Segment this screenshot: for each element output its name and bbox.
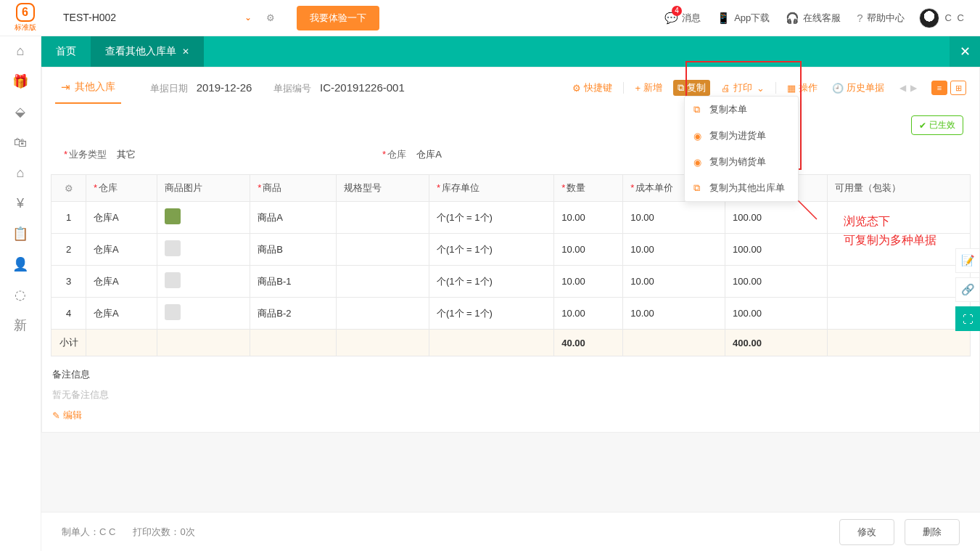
inbound-icon: ⇥ [61,81,70,94]
settings-icon[interactable]: ⚙ [266,12,275,23]
row-product: 商品B [250,234,336,266]
copy-dropdown: ⧉复制本单 ◉复制为进货单 ◉复制为销货单 ⧉复制为其他出库单 [684,96,799,202]
logo-text: 标准版 [15,23,36,33]
nav-gift-icon[interactable]: 🎁 [12,73,29,90]
rail-note-icon[interactable]: 📝 [955,248,980,273]
col-unit: *库存单位 [429,175,553,202]
tab-view-other-inbound[interactable]: 查看其他入库单 ✕ [91,36,204,67]
product-image-icon [165,240,181,256]
new-button[interactable]: +新增 [631,79,666,97]
tab-close-icon[interactable]: ✕ [182,46,189,57]
row-amount: 100.00 [725,266,828,298]
copy-other-out-item[interactable]: ⧉复制为其他出库单 [685,175,798,201]
logo[interactable]: 6 标准版 [9,3,41,33]
row-unit: 个(1个 = 1个) [429,266,553,298]
row-amount: 100.00 [725,234,828,266]
nav-savings-icon[interactable]: ⬙ [12,103,29,121]
col-warehouse: *仓库 [86,175,157,202]
row-spec [336,298,429,330]
column-settings[interactable]: ⚙ [52,175,86,202]
shortcut-button[interactable]: ⚙快捷键 [569,79,616,97]
row-image [157,234,250,266]
remarks-edit-button[interactable]: ✎ 编辑 [52,409,969,422]
row-index: 1 [52,202,86,234]
messages-badge: 4 [672,6,682,16]
app-download-button[interactable]: 📱 App下载 [717,12,770,25]
document-tab[interactable]: ⇥ 其他入库 [55,72,121,104]
creator-info: 制单人：C C [62,526,115,539]
copy-this-item[interactable]: ⧉复制本单 [685,97,798,123]
avatar[interactable] [919,8,939,28]
help-center-label: 帮助中心 [867,12,905,25]
subtotal-amount: 400.00 [725,330,828,356]
nav-contact-icon[interactable]: 👤 [12,256,29,273]
copy-sales-label: 复制为销货单 [709,155,766,168]
modify-button[interactable]: 修改 [839,519,894,545]
col-image: 商品图片 [157,175,250,202]
phone-icon: 📱 [717,12,730,25]
row-available [827,298,970,330]
tabs-bar: 首页 查看其他入库单 ✕ ✕ [41,36,980,67]
online-service-button[interactable]: 🎧 在线客服 [786,12,841,25]
warehouse-value: 仓库A [416,148,442,161]
product-image-icon [165,208,181,224]
doc-no-label: 单据编号 [273,83,311,94]
sales-icon: ◉ [693,157,704,168]
col-available: 可用量（包装） [827,175,970,202]
annotation-line1: 浏览态下 [844,212,936,231]
delete-button[interactable]: 删除 [905,519,960,545]
biz-type-value: 其它 [117,148,136,161]
doc-date-label: 单据日期 [150,83,188,94]
nav-clipboard-icon[interactable]: 📋 [12,225,29,242]
row-index: 4 [52,298,86,330]
messages-button[interactable]: 💬 消息 4 [664,12,701,25]
row-price: 10.00 [623,298,725,330]
copy-sales-item[interactable]: ◉复制为销货单 [685,149,798,175]
nav-loading-icon[interactable]: ◌ [12,286,29,303]
row-amount: 100.00 [725,298,828,330]
chevron-down-icon: ⌄ [244,12,252,23]
copy-purchase-label: 复制为进货单 [709,129,766,142]
left-nav: ⌂ 🎁 ⬙ 🛍 ⌂ ¥ 📋 👤 ◌ 新 [0,36,41,551]
tab-home[interactable]: 首页 [41,36,91,67]
help-center-button[interactable]: ? 帮助中心 [857,12,904,25]
nav-money-icon[interactable]: ¥ [12,195,29,212]
gear-icon: ⚙ [572,83,581,94]
col-qty: *数量 [554,175,623,202]
copy-purchase-item[interactable]: ◉复制为进货单 [685,123,798,149]
document-header: ⇥ 其他入库 单据日期 2019-12-26 单据编号 IC-20191226-… [42,68,979,108]
status-label: 已生效 [929,119,955,131]
row-qty: 10.00 [554,298,623,330]
warehouse-label: 仓库 [387,149,406,160]
document-tab-label: 其他入库 [75,81,115,94]
nav-house-icon[interactable]: ⌂ [12,164,29,181]
history-button[interactable]: 🕘历史单据 [828,79,888,97]
history-label: 历史单据 [847,81,884,94]
table-row[interactable]: 1仓库A商品A个(1个 = 1个)10.0010.00100.00 [52,202,971,234]
remarks-empty: 暂无备注信息 [52,388,969,401]
rail-expand-icon[interactable]: ⛶ [955,306,980,331]
nav-home-icon[interactable]: ⌂ [12,42,29,60]
username[interactable]: C C [945,12,965,23]
store-selector[interactable]: TEST-H002 ⌄ [63,12,252,24]
plus-icon: + [635,83,641,94]
row-spec [336,266,429,298]
col-product: *商品 [250,175,336,202]
view-list-button[interactable]: ≡ [931,81,947,95]
doc-no-value: IC-20191226-001 [320,81,405,94]
next-page-icon[interactable]: ▶ [910,83,917,93]
check-icon: ✔ [919,121,926,131]
table-row[interactable]: 2仓库A商品B个(1个 = 1个)10.0010.00100.00 [52,234,971,266]
try-button[interactable]: 我要体验一下 [297,6,379,30]
row-unit: 个(1个 = 1个) [429,202,553,234]
tabs-close-all-button[interactable]: ✕ [950,36,980,67]
rail-link-icon[interactable]: 🔗 [955,277,980,302]
messages-label: 消息 [682,12,701,25]
nav-new-icon[interactable]: 新 [12,317,29,334]
nav-bag-icon[interactable]: 🛍 [12,134,29,151]
prev-page-icon[interactable]: ◀ [899,83,906,93]
view-card-button[interactable]: ⊞ [950,81,966,95]
row-warehouse: 仓库A [86,202,157,234]
table-row[interactable]: 3仓库A商品B-1个(1个 = 1个)10.0010.00100.00 [52,266,971,298]
table-row[interactable]: 4仓库A商品B-2个(1个 = 1个)10.0010.00100.00 [52,298,971,330]
